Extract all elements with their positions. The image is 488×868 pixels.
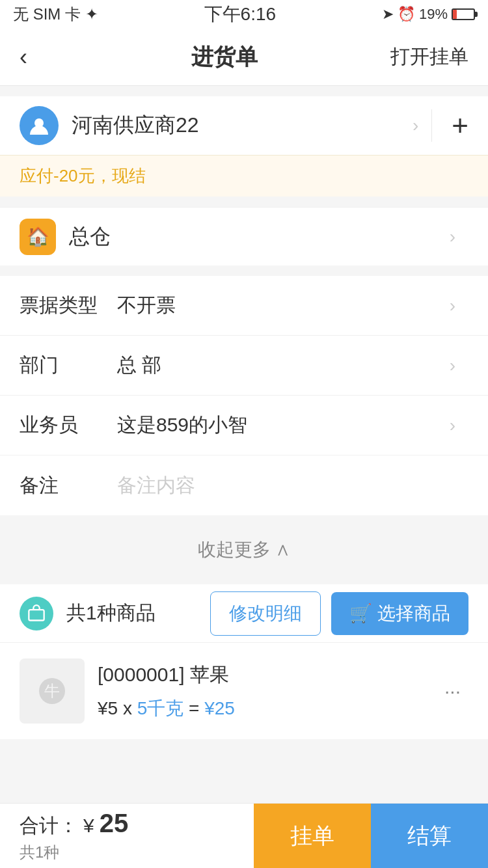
salesperson-chevron-icon: › (450, 415, 455, 436)
edit-detail-button[interactable]: 修改明细 (210, 591, 321, 636)
invoice-type-label: 票据类型 (20, 292, 104, 319)
settle-button[interactable]: 结算 (371, 804, 488, 869)
location-icon: ➤ (382, 6, 394, 23)
battery-icon (452, 8, 475, 20)
select-product-button[interactable]: 🛒 选择商品 (331, 592, 468, 635)
salesperson-value: 这是859的小智 (104, 412, 450, 439)
department-row[interactable]: 部门 总 部 › (0, 336, 488, 396)
status-right: ➤ ⏰ 19% (382, 6, 475, 23)
page-title: 进货单 (191, 42, 258, 72)
alarm-icon: ⏰ (398, 6, 415, 23)
supplier-divider (431, 109, 432, 142)
product-price: ¥5 x 5千克 = ¥25 (98, 696, 437, 721)
product-title: 苹果 (190, 664, 229, 685)
equals-icon: = (189, 698, 204, 718)
nav-bar: ‹ 进货单 打开挂单 (0, 29, 488, 86)
remark-label: 备注 (20, 472, 104, 499)
status-time: 下午6:16 (204, 2, 277, 27)
open-hang-button[interactable]: 打开挂单 (390, 44, 468, 70)
footer-placeholder (0, 739, 488, 811)
salesperson-row[interactable]: 业务员 这是859的小智 › (0, 396, 488, 455)
status-bar: 无 SIM 卡 ✦ 下午6:16 ➤ ⏰ 19% (0, 0, 488, 29)
salesperson-label: 业务员 (20, 412, 104, 439)
cart-icon: 🛒 (349, 603, 372, 624)
add-supplier-button[interactable]: + (452, 111, 468, 140)
more-button[interactable]: ··· (437, 675, 468, 707)
invoice-type-chevron-icon: › (450, 295, 455, 316)
supplier-row[interactable]: 河南供应商22 › + (0, 96, 488, 155)
department-chevron-icon: › (450, 355, 455, 376)
warehouse-icon: 🏠 (20, 219, 56, 255)
warehouse-row[interactable]: 🏠 总仓 › (0, 207, 488, 265)
notice-banner: 应付-20元，现结 (0, 155, 488, 197)
remark-input[interactable]: 备注内容 (104, 472, 468, 499)
supplier-section: 河南供应商22 › + 应付-20元，现结 (0, 96, 488, 197)
footer-total: 合计： ¥ 25 (20, 809, 234, 839)
remark-row[interactable]: 备注 备注内容 (0, 455, 488, 515)
footer: 合计： ¥ 25 共1种 挂单 结算 (0, 803, 488, 868)
supplier-avatar (20, 106, 59, 145)
collapse-button[interactable]: 收起更多 ∧ (0, 526, 488, 574)
unit-price: ¥5 (98, 698, 118, 718)
warehouse-section: 🏠 总仓 › (0, 207, 488, 265)
status-left: 无 SIM 卡 ✦ (13, 4, 98, 25)
product-count: 共1种商品 (66, 600, 210, 627)
quantity: 5千克 (137, 698, 184, 718)
multiply-icon: x (123, 698, 137, 718)
footer-sub: 共1种 (20, 842, 234, 863)
svg-text:牛: 牛 (44, 682, 60, 699)
invoice-type-value: 不开票 (104, 292, 450, 319)
back-button[interactable]: ‹ (20, 44, 59, 71)
department-label: 部门 (20, 352, 104, 379)
footer-summary: 合计： ¥ 25 共1种 (0, 809, 254, 863)
warehouse-chevron-icon: › (450, 226, 455, 247)
product-code: [0000001] (98, 664, 184, 685)
collapse-label: 收起更多 ∧ (198, 537, 291, 562)
total-label: 合计： (20, 813, 78, 839)
product-icon (20, 597, 53, 631)
select-product-label: 选择商品 (377, 601, 450, 626)
total-amount: 25 (100, 809, 129, 838)
product-item: 牛 [0000001] 苹果 ¥5 x 5千克 = ¥25 ··· (0, 643, 488, 739)
line-total: ¥25 (204, 698, 235, 718)
product-header: 共1种商品 修改明细 🛒 选择商品 (0, 584, 488, 643)
total-symbol: ¥ (83, 815, 94, 837)
product-section: 共1种商品 修改明细 🛒 选择商品 牛 [0000001] 苹果 ¥5 x 5千… (0, 584, 488, 739)
product-info: [0000001] 苹果 ¥5 x 5千克 = ¥25 (98, 662, 437, 721)
form-section: 票据类型 不开票 › 部门 总 部 › 业务员 这是859的小智 › 备注 备注… (0, 276, 488, 515)
invoice-type-row[interactable]: 票据类型 不开票 › (0, 276, 488, 336)
product-thumbnail: 牛 (20, 658, 85, 724)
department-value: 总 部 (104, 352, 450, 379)
svg-rect-1 (29, 610, 44, 620)
warehouse-name: 总仓 (69, 223, 450, 251)
supplier-chevron-icon: › (413, 115, 418, 136)
hang-button[interactable]: 挂单 (254, 804, 371, 869)
battery-level: 19% (419, 6, 448, 23)
supplier-name: 河南供应商22 (72, 111, 413, 140)
product-name: [0000001] 苹果 (98, 662, 437, 688)
sim-status: 无 SIM 卡 ✦ (13, 4, 98, 25)
